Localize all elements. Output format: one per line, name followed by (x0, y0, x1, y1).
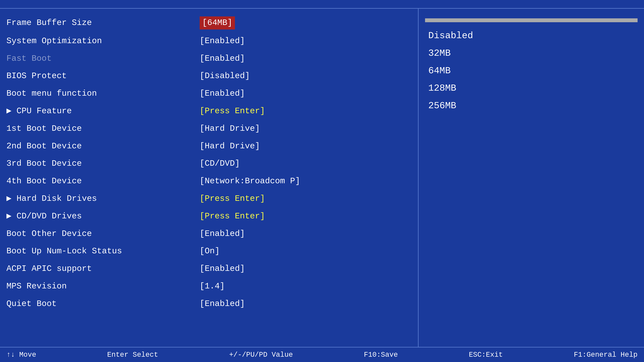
menu-value: [Press Enter] (200, 105, 265, 117)
option-item: Disabled (428, 27, 638, 44)
menu-row[interactable]: 1st Boot Device[Hard Drive] (6, 120, 412, 138)
menu-label: System Optimization (6, 35, 200, 47)
menu-row[interactable]: Boot Up Num-Lock Status[On] (6, 242, 412, 260)
menu-value: [Press Enter] (200, 193, 265, 205)
menu-value: [64MB] (200, 16, 235, 30)
bottom-bar: ↑↓ MoveEnter Select+/-/PU/PD ValueF10:Sa… (0, 347, 644, 362)
menu-value: [Disabled] (200, 70, 250, 82)
menu-value: [Enabled] (200, 298, 245, 310)
bottom-bar-item: +/-/PU/PD Value (229, 351, 293, 359)
option-item: 256MB (428, 97, 638, 115)
menu-value: [Hard Drive] (200, 140, 260, 152)
bios-screen: Frame Buffer Size[64MB]System Optimizati… (0, 0, 644, 362)
bottom-bar-item: ↑↓ Move (6, 351, 36, 359)
menu-row[interactable]: Frame Buffer Size[64MB] (6, 14, 412, 32)
menu-value: [On] (200, 246, 220, 257)
option-item: 64MB (428, 62, 638, 80)
bottom-bar-keys: F10:Save (364, 351, 398, 359)
menu-value: [1.4] (200, 280, 225, 292)
menu-value: [Enabled] (200, 53, 245, 64)
menu-row[interactable]: System Optimization[Enabled] (6, 32, 412, 50)
menu-value: [Network:Broadcom P] (200, 175, 300, 187)
menu-value: [Enabled] (200, 263, 245, 275)
page-title (0, 0, 644, 9)
menu-row[interactable]: Quiet Boot[Enabled] (6, 295, 412, 313)
menu-row[interactable]: ▶ CPU Feature[Press Enter] (6, 102, 412, 120)
menu-label: ▶ CPU Feature (6, 105, 200, 117)
menu-label: Boot Other Device (6, 228, 200, 240)
options-list: Disabled32MB64MB128MB256MB (425, 27, 638, 115)
menu-value: [CD/DVD] (200, 158, 240, 170)
menu-value: [Enabled] (200, 228, 245, 240)
left-panel: Frame Buffer Size[64MB]System Optimizati… (0, 9, 418, 347)
bottom-bar-keys: ESC:Exit (469, 351, 503, 359)
bottom-bar-item: F1:General Help (574, 351, 638, 359)
option-item: 128MB (428, 80, 638, 97)
bottom-bar-keys: F1:General Help (574, 351, 638, 359)
bottom-bar-item: ESC:Exit (469, 351, 503, 359)
bottom-bar-keys: ↑↓ Move (6, 351, 36, 359)
menu-value: [Press Enter] (200, 210, 265, 222)
menu-row[interactable]: BIOS Protect[Disabled] (6, 67, 412, 85)
menu-label: Boot menu function (6, 88, 200, 100)
menu-row[interactable]: 2nd Boot Device[Hard Drive] (6, 138, 412, 155)
bottom-bar-keys: +/-/PU/PD Value (229, 351, 293, 359)
menu-row[interactable]: Boot menu function[Enabled] (6, 85, 412, 102)
menu-label: Fast Boot (6, 53, 200, 64)
option-item: 32MB (428, 44, 638, 62)
menu-label: ▶ Hard Disk Drives (6, 193, 200, 205)
bottom-bar-keys: Enter Select (107, 351, 158, 359)
menu-label: 1st Boot Device (6, 123, 200, 134)
menu-row[interactable]: 3rd Boot Device[CD/DVD] (6, 155, 412, 172)
bottom-bar-item: Enter Select (107, 351, 158, 359)
menu-row[interactable]: Fast Boot[Enabled] (6, 50, 412, 68)
bottom-bar-item: F10:Save (364, 351, 398, 359)
menu-row[interactable]: ACPI APIC support[Enabled] (6, 260, 412, 278)
menu-label: 4th Boot Device (6, 175, 200, 187)
menu-label: Quiet Boot (6, 298, 200, 310)
menu-row[interactable]: MPS Revision[1.4] (6, 278, 412, 295)
right-panel: Disabled32MB64MB128MB256MB (418, 9, 644, 347)
menu-label: BIOS Protect (6, 70, 200, 82)
menu-value: [Enabled] (200, 88, 245, 100)
menu-row[interactable]: Boot Other Device[Enabled] (6, 225, 412, 243)
menu-label: MPS Revision (6, 280, 200, 292)
menu-label: 3rd Boot Device (6, 158, 200, 170)
menu-row[interactable]: ▶ CD/DVD Drives[Press Enter] (6, 208, 412, 225)
menu-value: [Enabled] (200, 35, 245, 47)
main-content: Frame Buffer Size[64MB]System Optimizati… (0, 9, 644, 347)
menu-value: [Hard Drive] (200, 123, 260, 134)
menu-label: ▶ CD/DVD Drives (6, 210, 200, 222)
options-header (425, 18, 638, 22)
menu-label: ACPI APIC support (6, 263, 200, 275)
menu-row[interactable]: ▶ Hard Disk Drives[Press Enter] (6, 190, 412, 208)
menu-row[interactable]: 4th Boot Device[Network:Broadcom P] (6, 172, 412, 190)
menu-label: Frame Buffer Size (6, 17, 200, 29)
menu-label: Boot Up Num-Lock Status (6, 246, 200, 257)
menu-label: 2nd Boot Device (6, 140, 200, 152)
